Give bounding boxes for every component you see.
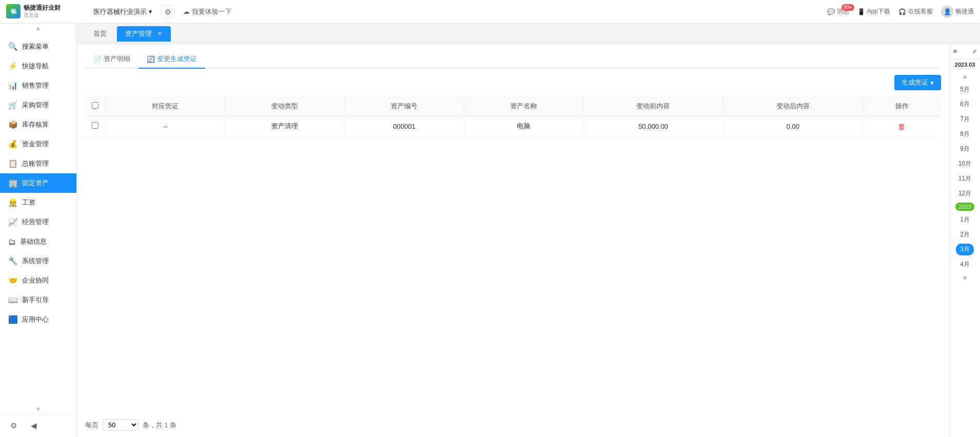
tab-home[interactable]: 首页 bbox=[85, 26, 115, 42]
right-panel-close-btn[interactable]: ✕ bbox=[953, 48, 957, 55]
sidebar-label-guide: 新手引导 bbox=[22, 295, 49, 305]
month-5[interactable]: 5月 bbox=[956, 84, 974, 95]
panel-scroll-down[interactable]: ▼ bbox=[950, 272, 980, 284]
month-row-12: 12月 bbox=[950, 186, 980, 201]
delete-button[interactable]: 🗑 bbox=[898, 122, 906, 131]
month-9[interactable]: 9月 bbox=[956, 143, 974, 155]
ledger-icon: 📋 bbox=[8, 159, 18, 168]
sidebar-scroll-up[interactable]: ▲ bbox=[0, 24, 76, 33]
message-button[interactable]: 💬 消息 99+ bbox=[827, 7, 849, 16]
main-layout: ▲ 🔍 搜索菜单 ⚡ 快捷导航 📊 销售管理 🛒 采购管理 📦 库存核算 bbox=[0, 24, 980, 437]
sidebar-item-ledger[interactable]: 📋 总账管理 bbox=[0, 154, 76, 173]
row-asset-code: 000001 bbox=[345, 116, 464, 136]
user-name: 畅捷通 bbox=[955, 7, 974, 16]
sidebar-nav: 🔍 搜索菜单 ⚡ 快捷导航 📊 销售管理 🛒 采购管理 📦 库存核算 💰 bbox=[0, 33, 76, 405]
month-row-3: 3月 bbox=[950, 242, 980, 257]
row-asset-name: 电脑 bbox=[464, 116, 584, 136]
month-3[interactable]: 3月 bbox=[956, 244, 974, 255]
table-header-row: 对应凭证 变动类型 资产编号 资产名称 变动前内容 变动后内容 操作 bbox=[85, 96, 941, 116]
generate-voucher-button[interactable]: 生成凭证 ▾ bbox=[894, 75, 941, 90]
trend-icon: 📈 bbox=[8, 217, 18, 227]
app-download-button[interactable]: 📱 App下载 bbox=[857, 7, 890, 16]
experience-button[interactable]: ☁ 我要体验一下 bbox=[179, 5, 236, 18]
sidebar-label-ledger: 总账管理 bbox=[22, 159, 49, 168]
app-label: App下载 bbox=[867, 7, 890, 16]
month-2[interactable]: 2月 bbox=[956, 229, 974, 241]
th-checkbox bbox=[85, 96, 106, 116]
row-action-cell: 🗑 bbox=[863, 116, 941, 136]
building-icon: 🏢 bbox=[8, 178, 18, 188]
sidebar-item-sales[interactable]: 📊 销售管理 bbox=[0, 76, 76, 95]
month-7[interactable]: 7月 bbox=[956, 113, 974, 125]
month-row-6: 6月 bbox=[950, 97, 980, 112]
panel-scroll-up[interactable]: ▲ bbox=[950, 70, 980, 82]
row-checkbox[interactable] bbox=[92, 122, 98, 129]
folder-icon: 🗂 bbox=[8, 237, 16, 246]
sidebar-label-quicknav: 快捷导航 bbox=[22, 62, 49, 71]
sidebar-settings-button[interactable]: ⚙ bbox=[6, 419, 21, 433]
pagination: 每页 10 20 50 100 条，共 1 条 bbox=[85, 413, 941, 431]
year-2023-badge[interactable]: 2023 bbox=[955, 203, 974, 211]
month-11[interactable]: 11月 bbox=[954, 173, 975, 185]
service-label: 在线客服 bbox=[908, 7, 933, 16]
sidebar-label-inventory: 库存核算 bbox=[22, 120, 49, 129]
industry-label: 医疗器械行业演示 bbox=[93, 7, 147, 16]
sidebar-label-sales: 销售管理 bbox=[22, 81, 49, 90]
search-icon: 🔍 bbox=[8, 42, 18, 51]
sidebar-item-quicknav[interactable]: ⚡ 快捷导航 bbox=[0, 56, 76, 76]
industry-selector[interactable]: 医疗器械行业演示 ▾ bbox=[89, 5, 156, 18]
sidebar-item-salary[interactable]: 👷 工资 bbox=[0, 193, 76, 212]
settings-button[interactable]: ⚙ bbox=[161, 5, 175, 19]
cloud-icon: ☁ bbox=[183, 8, 190, 15]
tab-close-icon[interactable]: ✕ bbox=[157, 30, 163, 37]
tab-bar: 首页 资产管理 ✕ bbox=[77, 24, 980, 44]
tab-asset-management[interactable]: 资产管理 ✕ bbox=[117, 26, 171, 42]
th-asset-name: 资产名称 bbox=[464, 96, 584, 116]
month-4[interactable]: 4月 bbox=[956, 259, 974, 270]
sidebar-item-basic[interactable]: 🗂 基础信息 bbox=[0, 232, 76, 251]
customer-service-button[interactable]: 🎧 在线客服 bbox=[898, 7, 933, 16]
header-center: 医疗器械行业演示 ▾ ⚙ ☁ 我要体验一下 bbox=[89, 5, 821, 19]
sidebar-item-system[interactable]: 🔧 系统管理 bbox=[0, 251, 76, 271]
sidebar-item-inventory[interactable]: 📦 库存核算 bbox=[0, 115, 76, 134]
sidebar-item-collab[interactable]: 🤝 企业协同 bbox=[0, 271, 76, 290]
inner-content: 📄 资产明细 🔄 变更生成凭证 生成凭证 ▾ bbox=[77, 44, 949, 437]
page-size-select[interactable]: 10 20 50 100 bbox=[103, 419, 138, 431]
month-8[interactable]: 8月 bbox=[956, 128, 974, 140]
sidebar-item-guide[interactable]: 📖 新手引导 bbox=[0, 290, 76, 310]
sidebar-collapse-button[interactable]: ◀ bbox=[27, 419, 41, 433]
headset-icon: 🎧 bbox=[898, 8, 906, 15]
sidebar-item-funds[interactable]: 💰 资金管理 bbox=[0, 134, 76, 154]
tab-asset-label: 资产管理 bbox=[125, 30, 152, 37]
month-12[interactable]: 12月 bbox=[954, 188, 975, 200]
sidebar-label-funds: 资金管理 bbox=[22, 140, 49, 149]
sidebar-label-search: 搜索菜单 bbox=[22, 42, 49, 51]
row-after: 0.00 bbox=[723, 116, 863, 136]
sidebar-label-operations: 经营管理 bbox=[22, 217, 49, 227]
handshake-icon: 🤝 bbox=[8, 276, 18, 285]
sidebar-label-salary: 工资 bbox=[22, 198, 35, 207]
sub-tab-detail[interactable]: 📄 资产明细 bbox=[85, 50, 138, 69]
month-6[interactable]: 6月 bbox=[956, 98, 974, 110]
month-row-4: 4月 bbox=[950, 257, 980, 272]
month-row-7: 7月 bbox=[950, 112, 980, 127]
sidebar-bottom: ⚙ ◀ bbox=[0, 414, 76, 437]
message-icon: 💬 bbox=[827, 8, 835, 15]
wrench-icon: 🔧 bbox=[8, 256, 18, 266]
right-panel-expand-btn[interactable]: ⤢ bbox=[972, 48, 977, 55]
sidebar-item-apps[interactable]: 🟦 应用中心 bbox=[0, 310, 76, 329]
sidebar-item-search[interactable]: 🔍 搜索菜单 bbox=[0, 37, 76, 56]
sidebar-scroll-down[interactable]: ▼ bbox=[0, 405, 76, 414]
user-menu[interactable]: 👤 畅捷通 bbox=[941, 6, 974, 18]
user-avatar: 👤 bbox=[941, 6, 953, 18]
month-1[interactable]: 1月 bbox=[956, 214, 974, 226]
select-all-checkbox[interactable] bbox=[92, 102, 98, 109]
table-row: -- 资产清理 000001 电脑 50,000.00 0.00 🗑 bbox=[85, 116, 941, 136]
sidebar-item-purchase[interactable]: 🛒 采购管理 bbox=[0, 95, 76, 115]
sidebar-item-operations[interactable]: 📈 经营管理 bbox=[0, 212, 76, 232]
sidebar-item-fixed[interactable]: 🏢 固定资产 bbox=[0, 173, 76, 193]
tab-home-label: 首页 bbox=[93, 30, 107, 37]
chart-icon: 📊 bbox=[8, 81, 18, 90]
sub-tab-change[interactable]: 🔄 变更生成凭证 bbox=[138, 50, 205, 69]
month-10[interactable]: 10月 bbox=[954, 158, 975, 170]
